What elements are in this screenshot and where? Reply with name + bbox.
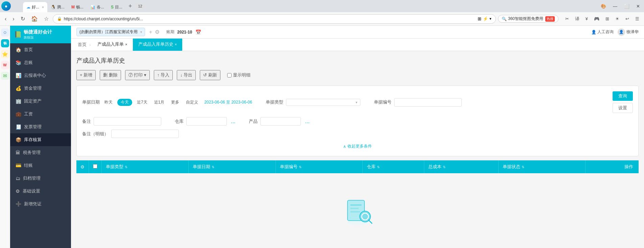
ai-consult-button[interactable]: 👤 人工咨询: [591, 29, 614, 35]
game-toolbar[interactable]: 🎮: [592, 16, 601, 22]
sidebar-item-new-voucher[interactable]: ➕ 新增凭证: [10, 198, 71, 210]
sidebar-item-invoice[interactable]: 🧾 发票管理: [10, 120, 71, 133]
app-icon-star[interactable]: ⭐: [1, 50, 9, 58]
tab-12[interactable]: S 目...: [108, 2, 126, 12]
maximize-button[interactable]: ⬜: [621, 3, 632, 9]
sidebar-item-inventory[interactable]: 📦 库存核算: [10, 133, 71, 146]
tab-10[interactable]: M 畅...: [68, 2, 87, 12]
display-detail-checkbox[interactable]: 显示明细: [227, 72, 251, 78]
th-checkbox[interactable]: [89, 160, 102, 173]
menu-toolbar[interactable]: ☰: [633, 16, 641, 22]
calendar-icon[interactable]: 📅: [195, 29, 201, 35]
warehouse-filter-input[interactable]: [186, 117, 227, 126]
sidebar-item-funds[interactable]: 💰 资金管理: [10, 82, 71, 95]
forward-button[interactable]: ›: [10, 15, 16, 23]
refresh-button[interactable]: ↺ 刷新: [200, 70, 220, 80]
back-button[interactable]: ‹: [3, 15, 8, 23]
refresh-button[interactable]: ↻: [19, 14, 27, 23]
undo-toolbar[interactable]: ↩: [623, 16, 631, 22]
sidebar-item-tax[interactable]: 🏛 税务管理: [10, 146, 71, 159]
date-btn-more[interactable]: 更多: [169, 99, 181, 106]
tab-icon-9: 🐧: [51, 5, 56, 9]
bookmark-button[interactable]: ☆: [42, 14, 51, 23]
sidebar-item-home[interactable]: 🏠 首页: [10, 43, 71, 56]
sidebar-item-payroll[interactable]: 💼 工资: [10, 108, 71, 120]
th-settings[interactable]: ⚙: [76, 160, 89, 173]
query-button[interactable]: 查询: [613, 91, 633, 101]
remark-filter-input[interactable]: [94, 117, 161, 126]
filter-settings-button[interactable]: 设置: [613, 103, 633, 113]
number-filter-label: 单据编号: [374, 99, 391, 105]
tab-list-close[interactable]: ×: [125, 42, 127, 46]
account-settings-button[interactable]: ⚙: [155, 29, 160, 35]
type-select[interactable]: ▾: [286, 99, 360, 106]
delete-button[interactable]: 删 删除: [100, 70, 121, 80]
customize-button[interactable]: 🎨: [598, 3, 609, 9]
sidebar-label-funds: 资金管理: [24, 85, 42, 91]
add-button[interactable]: + 新增: [76, 70, 96, 80]
date-btn-7days[interactable]: 近7天: [135, 99, 149, 106]
detail-remark-input[interactable]: [111, 130, 179, 138]
tab-history[interactable]: 产成品入库单历史 ×: [133, 39, 182, 51]
th-total-cost[interactable]: 总成本 ⇅: [424, 160, 498, 173]
select-all-checkbox[interactable]: [93, 164, 97, 168]
tab-9[interactable]: 🐧 腾...: [47, 2, 68, 12]
new-tab-button[interactable]: +: [126, 3, 135, 10]
lightning-icon[interactable]: ⚡: [483, 16, 488, 21]
search-360-bar[interactable]: 🔍 360智能抠图免费用 热搜: [498, 15, 558, 23]
tab-close-8[interactable]: ×: [42, 5, 44, 9]
account-selector[interactable]: (勿删勿禁用）江西服宝测试专用 ▾: [76, 28, 145, 36]
tab-active[interactable]: ☁ 好... ×: [23, 2, 47, 12]
th-type[interactable]: 单据类型 ⇅: [102, 160, 189, 173]
collapse-filter-button[interactable]: ∧ 收起更多条件: [82, 142, 633, 151]
sidebar-item-settings[interactable]: ⚙ 基础设置: [10, 185, 71, 198]
import-button[interactable]: ↑ 导入: [154, 70, 173, 80]
th-number[interactable]: 单据编号 ⇅: [276, 160, 362, 173]
grid-toolbar[interactable]: ⊞: [603, 16, 611, 22]
app-icon-weibo[interactable]: W: [1, 61, 9, 69]
browser-logo[interactable]: ●: [1, 1, 11, 11]
display-detail-input[interactable]: [227, 73, 232, 77]
date-btn-1month[interactable]: 近1月: [152, 99, 167, 106]
warehouse-dots-button[interactable]: ...: [231, 118, 235, 125]
sidebar-item-archive[interactable]: 🗂 归档管理: [10, 172, 71, 185]
app-icon-mail[interactable]: ✉: [1, 72, 9, 80]
tab-history-close[interactable]: ×: [175, 42, 177, 46]
home-button[interactable]: 🏠: [29, 14, 40, 23]
app-icon-chanjet[interactable]: 畅: [1, 39, 9, 47]
export-button[interactable]: ↓ 导出: [177, 70, 196, 80]
product-filter-input[interactable]: [260, 117, 301, 126]
sidebar-item-reports[interactable]: 📊 云报表中心: [10, 69, 71, 82]
extension-icon[interactable]: ⊞: [478, 16, 481, 21]
date-btn-custom[interactable]: 自定义: [184, 99, 200, 106]
close-button[interactable]: ✕: [634, 3, 643, 9]
date-btn-today[interactable]: 今天: [117, 99, 132, 106]
tab-list[interactable]: 产成品入库单 ×: [92, 39, 133, 51]
filter-row-2: 备注 仓库 ... 产品 ...: [82, 117, 633, 126]
number-filter-input[interactable]: [394, 98, 462, 107]
th-warehouse[interactable]: 仓库 ⇅: [362, 160, 424, 173]
tab-label-9: 腾...: [57, 4, 65, 10]
tab-count[interactable]: 12: [136, 4, 144, 8]
app-icon-360[interactable]: ○: [1, 28, 9, 37]
th-date[interactable]: 单据日期 ⇅: [189, 160, 276, 173]
product-filter-label: 产品: [249, 118, 258, 125]
th-status[interactable]: 单据状态 ⇅: [498, 160, 585, 173]
add-account-button[interactable]: +: [149, 29, 152, 35]
sidebar-item-checkout[interactable]: 💳 结账: [10, 159, 71, 172]
tab-11[interactable]: 📊 各...: [87, 2, 108, 12]
theme-toolbar[interactable]: ☀: [613, 16, 621, 22]
breadcrumb-home[interactable]: 首页: [76, 39, 88, 50]
sidebar-item-fixed-assets[interactable]: 🏢 固定资产: [10, 95, 71, 108]
product-dots-button[interactable]: ...: [305, 118, 309, 125]
dropdown-arrow[interactable]: ▾: [490, 17, 492, 21]
print-button[interactable]: ⑦ 打印 ▾: [125, 70, 150, 80]
sidebar-item-general-ledger[interactable]: 📚 总账: [10, 56, 71, 69]
date-btn-yesterday[interactable]: 昨天: [102, 99, 115, 106]
url-bar[interactable]: 🔒 https://cloud.chanjet.com/accounting/u…: [53, 14, 496, 24]
minimize-button[interactable]: —: [610, 3, 620, 9]
translate-toolbar[interactable]: 译: [573, 15, 581, 23]
currency-toolbar[interactable]: ¥: [583, 16, 590, 22]
content-topbar: (勿删勿禁用）江西服宝测试专用 ▾ + ⚙ 账期 2021-10 📅 👤 人工咨…: [71, 26, 644, 39]
scissors-toolbar[interactable]: ✂: [563, 16, 571, 22]
